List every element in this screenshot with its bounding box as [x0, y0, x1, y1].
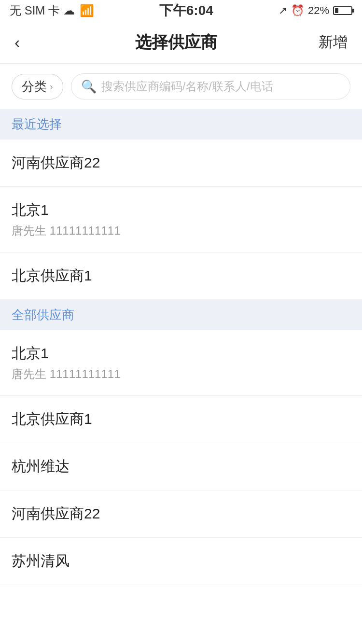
status-right: ↗ ⏰ 22%: [278, 4, 352, 17]
recent-list-item[interactable]: 河南供应商22: [0, 140, 362, 187]
wifi-icon: 📶: [80, 4, 94, 17]
all-list-item[interactable]: 杭州维达: [0, 443, 362, 490]
alarm-icon: ⏰: [291, 4, 304, 17]
recent-section-header: 最近选择: [0, 109, 362, 140]
search-placeholder: 搜索供应商编码/名称/联系人/电话: [101, 79, 273, 94]
battery-icon: [333, 6, 352, 15]
location-icon: ↗: [278, 4, 287, 17]
status-time: 下午6:04: [159, 1, 213, 20]
category-filter-button[interactable]: 分类 ›: [12, 74, 63, 99]
chevron-right-icon: ›: [50, 81, 53, 92]
item-name: 河南供应商22: [12, 153, 350, 173]
battery-percent: 22%: [308, 4, 329, 17]
recent-list-item[interactable]: 北京1唐先生 11111111111: [0, 187, 362, 252]
item-sub: 唐先生 11111111111: [12, 223, 350, 238]
search-icon: 🔍: [81, 79, 97, 94]
all-list-item[interactable]: 苏州清风: [0, 538, 362, 585]
sim-status: 无 SIM 卡 ☁: [10, 3, 75, 18]
item-name: 北京供应商1: [12, 409, 350, 429]
all-list-item[interactable]: 河南供应商22: [0, 490, 362, 538]
search-area: 分类 › 🔍 搜索供应商编码/名称/联系人/电话: [0, 64, 362, 109]
all-section-header: 全部供应商: [0, 300, 362, 330]
recent-list: 河南供应商22北京1唐先生 11111111111北京供应商1: [0, 140, 362, 300]
status-bar: 无 SIM 卡 ☁ 📶 下午6:04 ↗ ⏰ 22%: [0, 0, 362, 21]
item-name: 杭州维达: [12, 457, 350, 476]
recent-list-item[interactable]: 北京供应商1: [0, 252, 362, 300]
search-box[interactable]: 🔍 搜索供应商编码/名称/联系人/电话: [71, 73, 350, 99]
item-name: 北京1: [12, 200, 350, 220]
back-button[interactable]: ‹: [14, 33, 43, 52]
category-label: 分类: [22, 78, 47, 95]
add-button[interactable]: 新增: [309, 32, 348, 52]
item-name: 北京供应商1: [12, 266, 350, 286]
status-left: 无 SIM 卡 ☁ 📶: [10, 3, 94, 18]
all-list: 北京1唐先生 11111111111北京供应商1杭州维达河南供应商22苏州清风: [0, 330, 362, 585]
item-name: 北京1: [12, 344, 350, 364]
item-sub: 唐先生 11111111111: [12, 366, 350, 382]
page-title: 选择供应商: [135, 31, 217, 54]
nav-bar: ‹ 选择供应商 新增: [0, 21, 362, 64]
all-list-item[interactable]: 北京供应商1: [0, 396, 362, 443]
item-name: 河南供应商22: [12, 504, 350, 524]
all-list-item[interactable]: 北京1唐先生 11111111111: [0, 330, 362, 396]
item-name: 苏州清风: [12, 551, 350, 571]
